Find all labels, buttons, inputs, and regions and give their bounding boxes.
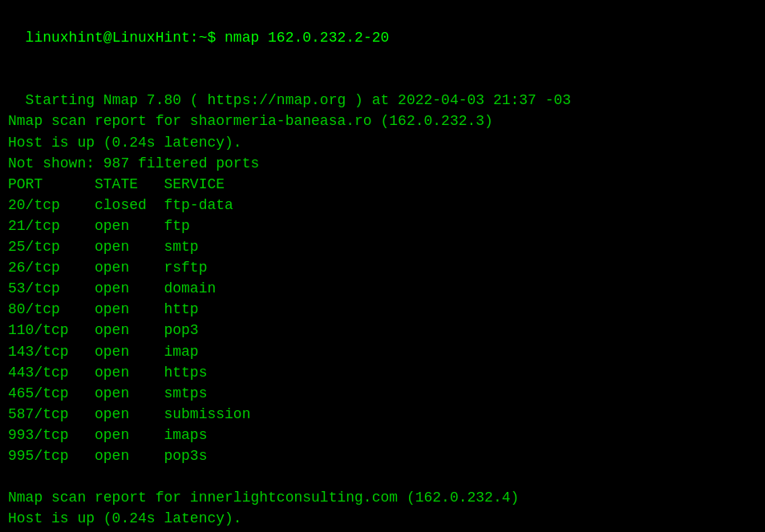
terminal-line: Starting Nmap 7.80 ( https://nmap.org ) … bbox=[26, 92, 572, 108]
terminal-line: 21/tcp open ftp bbox=[8, 218, 190, 234]
terminal-line: 995/tcp open pop3s bbox=[8, 448, 207, 464]
command-prompt: linuxhint@LinuxHint:~$ nmap 162.0.232.2-… bbox=[26, 30, 390, 46]
terminal-lines: Starting Nmap 7.80 ( https://nmap.org ) … bbox=[8, 92, 571, 526]
terminal-line: 587/tcp open submission bbox=[8, 406, 250, 422]
terminal-line: 53/tcp open domain bbox=[8, 280, 216, 296]
terminal-line: 993/tcp open imaps bbox=[8, 427, 207, 443]
terminal-line: Host is up (0.24s latency). bbox=[8, 135, 242, 151]
terminal-line: PORT STATE SERVICE bbox=[8, 176, 225, 192]
terminal-line: Nmap scan report for shaormeria-baneasa.… bbox=[8, 113, 493, 129]
terminal-line: 20/tcp closed ftp-data bbox=[8, 197, 233, 213]
terminal-line: 110/tcp open pop3 bbox=[8, 322, 199, 338]
terminal-line: 443/tcp open https bbox=[8, 365, 207, 381]
terminal-line: 143/tcp open imap bbox=[8, 344, 199, 360]
terminal-line: 26/tcp open rsftp bbox=[8, 260, 207, 276]
terminal-line: Nmap scan report for innerlightconsultin… bbox=[8, 490, 519, 506]
terminal-line: 25/tcp open smtp bbox=[8, 239, 199, 255]
terminal-line: 465/tcp open smtps bbox=[8, 385, 207, 401]
terminal-line: Host is up (0.24s latency). bbox=[8, 510, 242, 526]
terminal-line: 80/tcp open http bbox=[8, 301, 199, 317]
terminal-output: linuxhint@LinuxHint:~$ nmap 162.0.232.2-… bbox=[8, 6, 757, 532]
terminal-line: Not shown: 987 filtered ports bbox=[8, 155, 259, 171]
